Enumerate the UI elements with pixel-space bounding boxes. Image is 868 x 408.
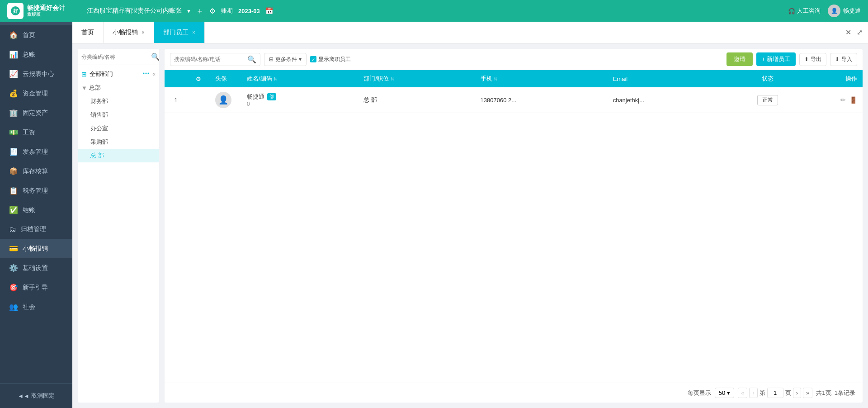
tab-home[interactable]: 首页 <box>72 22 104 43</box>
sidebar-label-checkout: 结账 <box>23 206 35 214</box>
service-button[interactable]: 🎧 人工咨询 <box>788 7 821 15</box>
archive-icon: 🗂 <box>9 225 16 233</box>
dept-tree: ⊞ 全部部门 « ▼ 总部 <box>78 65 159 403</box>
name-sort-icon[interactable]: ⇅ <box>274 76 277 81</box>
tab-dept-employee-close[interactable]: × <box>192 29 195 36</box>
first-page-button[interactable]: « <box>738 388 747 398</box>
sidebar-bottom: ◄◄ 取消固定 <box>0 383 72 408</box>
sidebar-label-fixed-assets: 固定资产 <box>23 109 48 117</box>
col-dept-position[interactable]: 部门/职位 ⇅ <box>358 70 475 87</box>
calendar-icon[interactable]: 📅 <box>265 7 273 14</box>
tab-xiaochang-label: 小畅报销 <box>113 28 138 37</box>
dept-node-general[interactable]: ▼ 总部 <box>78 81 159 95</box>
all-depts-label: 全部部门 <box>90 70 113 78</box>
filter-label: 更多条件 <box>275 56 297 63</box>
cancel-fixed-button[interactable]: ◄◄ 取消固定 <box>0 388 72 403</box>
dept-node-hq[interactable]: 总 部 <box>78 149 159 162</box>
cell-actions: ✏ 🚪 <box>808 87 863 113</box>
dept-node-finance[interactable]: 财务部 <box>78 95 159 108</box>
company-dropdown-button[interactable]: ▾ <box>187 7 190 14</box>
dept-sort-icon[interactable]: ⇅ <box>391 76 394 81</box>
dept-node-office[interactable]: 办公室 <box>78 122 159 135</box>
sidebar-label-basic-settings: 基础设置 <box>23 264 48 272</box>
sidebar-item-home[interactable]: 🏠 首页 <box>0 25 72 45</box>
headset-icon: 🎧 <box>788 8 795 14</box>
expand-icon: ▼ <box>81 85 87 91</box>
sidebar-items: 🏠 首页 📊 总账 📈 云报表中心 💰 资金管理 🏢 固定资产 💵 工资 <box>0 25 72 317</box>
tab-expand-button[interactable]: ⤢ <box>855 26 864 38</box>
tab-close-all-button[interactable]: ✕ <box>844 26 853 38</box>
page-input[interactable] <box>767 388 783 398</box>
employee-search-input[interactable] <box>174 56 245 62</box>
dept-collapse-button[interactable]: « <box>152 71 156 77</box>
dept-node-sales[interactable]: 销售部 <box>78 108 159 122</box>
cell-dept: 总 部 <box>358 87 475 113</box>
content-area: 首页 小畅报销 × 部门员工 × ✕ ⤢ 🔍 <box>72 22 868 408</box>
sidebar-label-tax: 税务管理 <box>23 187 48 195</box>
dept-node-purchasing[interactable]: 采购部 <box>78 135 159 149</box>
sidebar-item-salary[interactable]: 💵 工资 <box>0 123 72 142</box>
dept-search-input[interactable] <box>81 54 149 60</box>
sidebar-label-new-guide: 新手引导 <box>23 284 48 292</box>
logo-area: 好 畅捷通好会计 旗舰版 <box>7 3 80 19</box>
sidebar-item-tax[interactable]: 📋 税务管理 <box>0 181 72 200</box>
table-row: 1 👤 畅捷通 部 0 <box>165 87 863 113</box>
per-page-select[interactable]: 50 ▾ <box>715 388 734 398</box>
logout-icon[interactable]: 🚪 <box>849 96 857 104</box>
filter-chevron-icon: ▾ <box>299 56 302 62</box>
employee-search-box[interactable]: 🔍 <box>170 53 260 66</box>
employee-name: 畅捷通 <box>247 93 264 101</box>
tab-actions: ✕ ⤢ <box>840 22 868 43</box>
cell-status: 正常 <box>727 87 808 113</box>
cell-index: 1 <box>165 87 187 113</box>
add-employee-button[interactable]: + 新增员工 <box>756 52 796 66</box>
sidebar-item-xiaochang[interactable]: 💳 小畅报销 <box>0 239 72 258</box>
svg-point-2 <box>143 73 145 74</box>
tab-xiaochang[interactable]: 小畅报销 × <box>104 22 154 43</box>
sidebar-item-new-guide[interactable]: 🎯 新手引导 <box>0 278 72 297</box>
user-info[interactable]: 👤 畅捷通 <box>828 5 861 17</box>
pagination: « ‹ 第 页 › » <box>738 388 812 398</box>
tab-dept-employee[interactable]: 部门员工 × <box>154 22 205 43</box>
import-button[interactable]: ⬇ 导入 <box>830 53 857 66</box>
show-resigned-toggle[interactable]: ✓ 显示离职员工 <box>310 56 351 63</box>
col-name-code[interactable]: 姓名/编码 ⇅ <box>241 70 358 87</box>
tab-xiaochang-close[interactable]: × <box>142 29 145 36</box>
company-name: 江西服宝精品有限责任公司内账张 <box>87 7 182 15</box>
settings-gear-button[interactable]: ⚙ <box>209 7 216 15</box>
filter-icon: ⊟ <box>269 56 274 62</box>
all-depts-header[interactable]: ⊞ 全部部门 « <box>78 67 159 81</box>
sidebar-item-inventory[interactable]: 📦 库存核算 <box>0 161 72 181</box>
cell-name-code: 畅捷通 部 0 <box>241 87 358 113</box>
col-settings[interactable]: ⚙ <box>187 70 210 87</box>
search-icon[interactable]: 🔍 <box>247 55 256 64</box>
last-page-button[interactable]: » <box>803 388 812 398</box>
sidebar-item-invoice[interactable]: 🧾 发票管理 <box>0 142 72 161</box>
export-button[interactable]: ⬆ 导出 <box>799 53 826 66</box>
show-resigned-checkbox[interactable]: ✓ <box>310 56 316 62</box>
per-page-value: 50 <box>719 389 725 396</box>
sidebar-item-capital[interactable]: 💰 资金管理 <box>0 84 72 103</box>
sidebar-item-social[interactable]: 👥 社会 <box>0 297 72 317</box>
invite-button[interactable]: 邀请 <box>726 52 753 66</box>
svg-text:好: 好 <box>13 8 19 14</box>
sidebar-item-reports[interactable]: 📈 云报表中心 <box>0 64 72 84</box>
sidebar-item-fixed-assets[interactable]: 🏢 固定资产 <box>0 103 72 123</box>
dept-search-icon[interactable]: 🔍 <box>151 52 159 61</box>
sidebar-item-archive[interactable]: 🗂 归档管理 <box>0 220 72 239</box>
dept-edit-button[interactable] <box>142 70 150 78</box>
top-header: 好 畅捷通好会计 旗舰版 江西服宝精品有限责任公司内账张 ▾ ＋ ⚙ 账期 20… <box>0 0 868 22</box>
sidebar-item-basic-settings[interactable]: ⚙️ 基础设置 <box>0 258 72 278</box>
logo-text: 畅捷通好会计 旗舰版 <box>27 4 65 18</box>
phone-sort-icon[interactable]: ⇅ <box>494 76 497 81</box>
col-phone[interactable]: 手机 ⇅ <box>475 70 608 87</box>
col-avatar: 头像 <box>210 70 241 87</box>
edit-icon[interactable]: ✏ <box>840 96 846 104</box>
sidebar-item-checkout[interactable]: ✅ 结账 <box>0 200 72 220</box>
sidebar-item-general-ledger[interactable]: 📊 总账 <box>0 45 72 64</box>
period-value: 2023-03 <box>238 8 260 14</box>
filter-button[interactable]: ⊟ 更多条件 ▾ <box>264 53 307 66</box>
prev-page-button[interactable]: ‹ <box>749 388 757 398</box>
add-account-button[interactable]: ＋ <box>196 7 204 15</box>
next-page-button[interactable]: › <box>793 388 801 398</box>
